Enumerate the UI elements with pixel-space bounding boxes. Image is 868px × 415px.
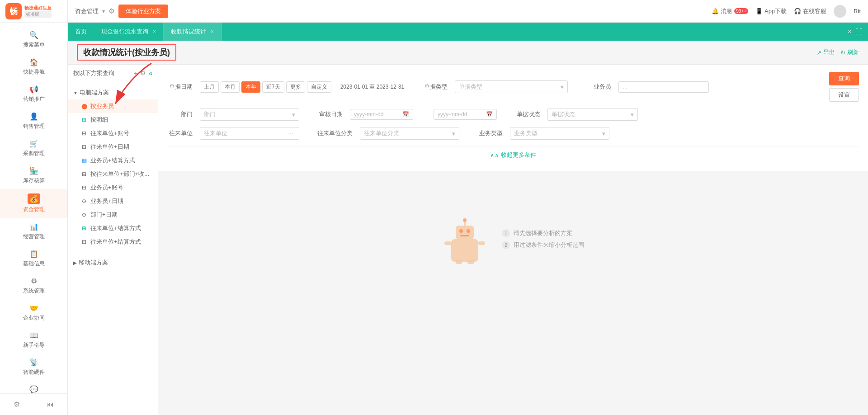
sidebar-item-smart-hw[interactable]: 📡 智能硬件 [0, 354, 67, 381]
tree-desktop-header[interactable]: ▼ 电脑端方案 [68, 86, 158, 99]
staff-input[interactable]: ... [618, 81, 709, 93]
tab-collection-stats[interactable]: 收款情况统计 × [164, 23, 222, 41]
app-download-btn[interactable]: 📱 App下载 [755, 7, 787, 15]
biz-type-select[interactable]: 业务类型 ▾ [510, 127, 609, 140]
online-service-btn[interactable]: 🎧 在线客服 [794, 7, 826, 15]
date-range-text: 2023-01-01 至 2023-12-31 [340, 83, 404, 91]
left-panel: 按以下方案查询 + ⚙ « ▼ 电脑端方案 ⬤ 按业务员 ⊞ [68, 65, 158, 415]
sidebar-item-marketing[interactable]: 📢 营销推广 [0, 80, 67, 108]
sidebar-item-purchase[interactable]: 🛒 采购管理 [0, 135, 67, 162]
partner-settle-icon: ⊞ [80, 225, 88, 231]
sidebar-item-system[interactable]: ⚙ 系统管理 [0, 272, 67, 299]
trial-btn[interactable]: 体验行业方案 [118, 5, 168, 18]
sidebar-item-corp-coop[interactable]: 🤝 企业协同 [0, 299, 67, 326]
partner-dots-btn[interactable]: ··· [286, 130, 295, 137]
tree-item-by-staff[interactable]: ⬤ 按业务员 [68, 99, 158, 113]
partner-settle2-icon: ⊟ [80, 239, 88, 245]
empty-state: 1 请先选择要分析的方案 2 用过滤条件来缩小分析范围 [158, 171, 868, 307]
query-btn[interactable]: 查询 [829, 72, 859, 85]
dept-select[interactable]: 部门 ▾ [200, 108, 299, 121]
date-btn-more[interactable]: 更多 [286, 81, 305, 93]
partner-input[interactable]: 往来单位 ··· [200, 127, 299, 140]
sidebar-item-wechat[interactable]: 💬 企业微信 [0, 381, 67, 393]
voucher-type-select[interactable]: 单据类型 ▾ [455, 80, 568, 93]
voucher-status-select[interactable]: 单据状态 ▾ [547, 108, 638, 121]
svg-rect-5 [444, 241, 451, 245]
export-btn[interactable]: ↗ 导出 [816, 48, 835, 57]
date-btn-this-month[interactable]: 本月 [221, 81, 240, 93]
partner-cat-select[interactable]: 往来单位分类 ▾ [360, 127, 459, 140]
header-gear-icon[interactable]: ⚙ [108, 7, 115, 15]
sidebar-item-quick-nav[interactable]: 🏠 快捷导航 [0, 53, 67, 80]
tree-item-staff-date[interactable]: ⊙ 业务员+日期 [68, 194, 158, 208]
breadcrumb-chevron-icon[interactable]: ▾ [102, 8, 105, 14]
marketing-icon: 📢 [29, 85, 38, 94]
logo-text: 畅捷通好生意 标准版 [24, 5, 52, 18]
calendar-from-icon: 📅 [402, 111, 409, 118]
audit-date-to[interactable]: yyyy-mm-dd 📅 [434, 109, 497, 120]
audit-date-from[interactable]: yyyy-mm-dd 📅 [350, 109, 413, 120]
partner-cat-chevron-icon: ▾ [452, 130, 455, 137]
messages-btn[interactable]: 🔔 消息 99++ [712, 7, 748, 15]
tab-close-collection-stats[interactable]: × [211, 28, 214, 35]
date-btn-this-year[interactable]: 本年 [241, 81, 260, 93]
tree-item-partner-date[interactable]: ⊟ 往来单位+日期 [68, 140, 158, 154]
tree-item-by-detail[interactable]: ⊞ 按明细 [68, 113, 158, 127]
svg-rect-4 [460, 235, 469, 236]
left-panel-actions: + ⚙ « [134, 70, 152, 77]
messages-badge: 99++ [734, 8, 748, 14]
sales-icon: 👤 [29, 112, 38, 121]
date-btn-7days[interactable]: 近7天 [262, 81, 284, 93]
tree-item-partner-settle2[interactable]: ⊟ 往来单位+结算方式 [68, 235, 158, 249]
page-title-box: 收款情况统计(按业务员) [77, 44, 176, 61]
dept-date-icon: ⊙ [80, 212, 88, 218]
sidebar-item-sales[interactable]: 👤 销售管理 [0, 108, 67, 135]
scheme-settings-btn[interactable]: ⚙ [140, 70, 146, 77]
biz-type-chevron-icon: ▾ [602, 130, 605, 137]
sidebar-item-search[interactable]: 🔍 搜索菜单 [0, 26, 67, 53]
sidebar-item-operation[interactable]: 📊 经营管理 [0, 218, 67, 245]
collapse-filter-btn[interactable]: ∧∧ 收起更多条件 [167, 146, 859, 164]
sidebar-item-base-info[interactable]: 📋 基础信息 [0, 245, 67, 272]
refresh-btn[interactable]: ↻ 刷新 [840, 48, 859, 57]
warehouse-icon: 🏪 [29, 166, 38, 175]
tab-fullscreen-btn[interactable]: ⛶ [855, 28, 863, 36]
svg-rect-6 [478, 241, 485, 245]
date-btn-custom[interactable]: 自定义 [307, 81, 331, 93]
svg-rect-0 [451, 239, 478, 262]
tab-close-all-btn[interactable]: × [848, 28, 852, 36]
sidebar-item-warehouse[interactable]: 🏪 库存核算 [0, 162, 67, 189]
partner-cat-label: 往来单位分类 [317, 129, 353, 137]
sidebar-item-guide[interactable]: 📖 新手引导 [0, 326, 67, 354]
tab-home[interactable]: 首页 [68, 23, 94, 41]
user-avatar[interactable] [834, 5, 846, 18]
collapse-panel-btn[interactable]: « [149, 70, 152, 77]
date-btn-last-month[interactable]: 上月 [200, 81, 219, 93]
add-scheme-btn[interactable]: + [134, 70, 137, 77]
tree-item-staff-settle[interactable]: ▦ 业务员+结算方式 [68, 154, 158, 167]
tree-arrow-desktop: ▼ [73, 90, 78, 95]
tree-item-partner-dept[interactable]: ⊟ 按往来单位+部门+收... [68, 167, 158, 181]
step-2-num: 2 [502, 241, 510, 249]
tree-item-dept-date[interactable]: ⊙ 部门+日期 [68, 208, 158, 222]
tree-item-partner-settle[interactable]: ⊞ 往来单位+结算方式 [68, 222, 158, 235]
badge-plus: + [744, 9, 746, 14]
tab-close-bank-flow[interactable]: × [153, 28, 156, 35]
tab-bank-flow[interactable]: 现金银行流水查询 × [94, 23, 164, 41]
system-icon: ⚙ [31, 277, 37, 285]
smart-hw-icon: 📡 [29, 358, 38, 367]
filter-settings-btn[interactable]: 设置 [829, 88, 859, 102]
collapse-sidebar-btn[interactable]: ⏮ [45, 399, 56, 410]
headset-icon: 🎧 [794, 8, 801, 14]
tree-item-partner-account[interactable]: ⊟ 往来单位+账号 [68, 127, 158, 140]
user-name[interactable]: Rit [854, 8, 861, 14]
tree-mobile-header[interactable]: ▶ 移动端方案 [68, 256, 158, 269]
filter-row-1: 单据日期 上月 本月 本年 近7天 更多 自定义 2023-01-01 至 20… [167, 72, 859, 102]
date-separator: — [420, 111, 426, 118]
page-actions: ↗ 导出 ↻ 刷新 [816, 48, 859, 57]
tree-item-staff-account[interactable]: ⊟ 业务员+账号 [68, 181, 158, 194]
robot-svg [442, 214, 487, 264]
sidebar-item-finance[interactable]: 💰 资金管理 [0, 189, 67, 218]
staff-settle-icon: ▦ [80, 157, 88, 164]
settings-footer-btn[interactable]: ⚙ [12, 398, 22, 410]
